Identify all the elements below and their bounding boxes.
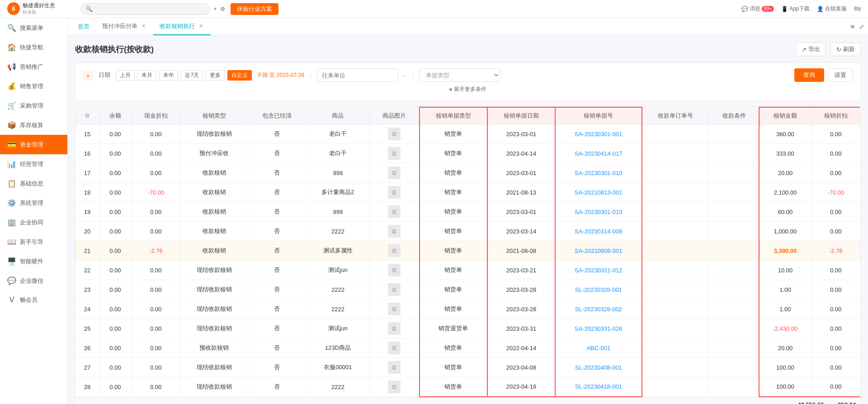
doc-type-select[interactable]: 单据类型 [419, 68, 500, 82]
sidebar-item-hardware[interactable]: 🖥️ 智能硬件 [0, 252, 67, 271]
td-seq: 23 [75, 280, 99, 299]
query-btn[interactable]: 查询 [794, 68, 824, 82]
date-filter: 上月 本月 本年 近7天 更多 自定义 [116, 70, 252, 81]
last7-btn[interactable]: 近7天 [181, 70, 203, 81]
td-balance: 0.00 [99, 241, 132, 261]
td-receipt-order-no [642, 299, 709, 319]
sidebar-item-wechat[interactable]: 💬 企业微信 [0, 271, 67, 290]
tab-bar-actions: ✕ ⤢ [850, 23, 864, 30]
custom-btn[interactable]: 自定义 [227, 70, 252, 81]
td-receipt-order-no [642, 144, 709, 163]
td-receipt-condition [709, 124, 759, 144]
inventory-icon: 📦 [7, 121, 16, 129]
filter-settings-btn[interactable]: 设置 [828, 68, 853, 82]
tab-home[interactable]: 首页 [71, 18, 96, 35]
td-doc-no[interactable]: SA-20230301-010 [555, 163, 642, 183]
sidebar-item-shortcut[interactable]: 🏠 快捷导航 [0, 38, 67, 57]
counterpart-input[interactable] [317, 68, 398, 82]
td-writeoff-amount: 100.00 [759, 377, 811, 397]
sidebar-item-sales[interactable]: 💰 销售管理 [0, 76, 67, 96]
td-goods-image: 🖼 [369, 183, 419, 202]
sidebar-item-enterprise[interactable]: 🏢 企业协同 [0, 213, 67, 232]
sidebar: 🔍 搜索菜单 🏠 快捷导航 📢 营销推广 💰 销售管理 🛒 采购管理 📦 库存核… [0, 18, 68, 404]
online-service-btn[interactable]: 👤 在线客服 [817, 5, 847, 13]
service-icon: 👤 [817, 6, 824, 12]
refresh-btn[interactable]: ↻ 刷新 [830, 43, 861, 56]
th-doc-type: 核销单据类型 [420, 107, 487, 124]
page-header: 收款核销执行(按收款) ↗ 导出 ↻ 刷新 [75, 43, 861, 56]
td-goods-image: 🖼 [369, 241, 419, 261]
sidebar-label-hardware: 智能硬件 [20, 257, 43, 266]
td-doc-no[interactable]: SA-20210813-001 [555, 183, 642, 202]
td-balance: 0.00 [99, 299, 132, 319]
tab-maximize-btn[interactable]: ⤢ [859, 23, 864, 30]
td-receipt-order-no [642, 358, 709, 377]
this-year-btn[interactable]: 本年 [159, 70, 178, 81]
app-download-btn[interactable]: 📱 App下载 [781, 5, 810, 13]
td-cash-discount: 0.00 [131, 202, 181, 222]
td-include-settled: 否 [248, 144, 306, 163]
td-writeoff-discount: -70.00 [811, 183, 860, 202]
tab-receipt-close[interactable]: ✕ [198, 23, 204, 29]
td-doc-no[interactable]: SA-20230414-017 [555, 144, 642, 163]
settings-gear-icon[interactable]: ⚙ [220, 6, 225, 12]
sidebar-item-marketing[interactable]: 📢 营销推广 [0, 57, 67, 76]
sidebar-item-purchase[interactable]: 🛒 采购管理 [0, 96, 67, 115]
td-goods-image: 🖼 [369, 144, 419, 163]
td-doc-no[interactable]: SL-20230408-001 [555, 358, 642, 377]
td-doc-no[interactable]: SL-20230328-002 [555, 299, 642, 319]
td-seq: 16 [75, 144, 99, 163]
td-doc-no[interactable]: SA-20230301-010 [555, 202, 642, 222]
td-doc-no[interactable]: SL-20230328-001 [555, 280, 642, 299]
sidebar-item-basic[interactable]: 📋 基础信息 [0, 174, 67, 193]
solution-btn[interactable]: 休验行业方案 [231, 3, 278, 15]
filter-expand-btn[interactable]: » [83, 70, 93, 81]
chevron-down-icon[interactable]: ▼ [213, 6, 217, 11]
td-doc-date: 2023-03-01 [487, 163, 555, 183]
sidebar-item-system[interactable]: ⚙️ 系统管理 [0, 193, 67, 213]
sidebar-item-guide[interactable]: 📖 新手引导 [0, 232, 67, 252]
this-month-btn[interactable]: 本月 [137, 70, 156, 81]
sidebar-label-basic: 基础信息 [20, 180, 43, 188]
tab-close-all-btn[interactable]: ✕ [850, 23, 855, 30]
sidebar-label-marketing: 营销推广 [20, 63, 43, 71]
message-btn[interactable]: 💬 消息 99+ [741, 5, 774, 13]
tab-prepay[interactable]: 预付冲应付单 ✕ [96, 18, 153, 35]
td-doc-date: 2023-03-01 [487, 124, 555, 144]
sidebar-item-member[interactable]: V 畅会员 [0, 290, 67, 309]
more-btn[interactable]: 更多 [206, 70, 225, 81]
sidebar-item-search[interactable]: 🔍 搜索菜单 [0, 18, 67, 38]
sidebar-item-finance[interactable]: 💳 资金管理 [0, 135, 67, 154]
td-include-settled: 否 [248, 338, 306, 358]
last-month-btn[interactable]: 上月 [116, 70, 135, 81]
user-area[interactable]: Rit [854, 6, 861, 12]
tab-prepay-close[interactable]: ✕ [140, 23, 147, 29]
td-doc-no[interactable]: SA-20230301-001 [555, 124, 642, 144]
tab-receipt[interactable]: 收款核销执行 ✕ [153, 18, 211, 35]
sidebar-item-inventory[interactable]: 📦 库存核算 [0, 115, 67, 135]
th-settings[interactable]: ⚙ [75, 107, 99, 124]
user-name: Rit [854, 6, 861, 12]
td-writeoff-discount: 0.00 [811, 377, 860, 397]
td-writeoff-amount: 1.00 [759, 299, 811, 319]
td-doc-no[interactable]: SL-20230418-001 [555, 377, 642, 397]
expand-more-btn[interactable]: ▾ 展开更多条件 [449, 86, 486, 93]
td-writeoff-amount: 20.00 [759, 163, 811, 183]
td-receipt-condition [709, 222, 759, 241]
td-seq: 20 [75, 222, 99, 241]
td-goods-image: 🖼 [369, 261, 419, 280]
td-doc-no[interactable]: SA-20230321-012 [555, 261, 642, 280]
td-doc-no[interactable]: SA-20230331-026 [555, 319, 642, 338]
td-include-settled: 否 [248, 358, 306, 377]
export-btn[interactable]: ↗ 导出 [796, 43, 826, 56]
td-doc-no[interactable]: ABC-001 [555, 338, 642, 358]
td-include-settled: 否 [248, 319, 306, 338]
td-doc-no[interactable]: SA-20210808-001 [555, 241, 642, 261]
td-writeoff-discount: 0.00 [811, 358, 860, 377]
td-writeoff-discount: 0.00 [811, 261, 860, 280]
th-writeoff-discount: 核销折扣 [811, 107, 860, 124]
footer-total-amount: 40,556,66... [798, 401, 829, 404]
td-doc-type: 销货单 [420, 241, 487, 261]
sidebar-item-operations[interactable]: 📊 经营管理 [0, 154, 67, 174]
td-doc-no[interactable]: SA-20230314-008 [555, 222, 642, 241]
